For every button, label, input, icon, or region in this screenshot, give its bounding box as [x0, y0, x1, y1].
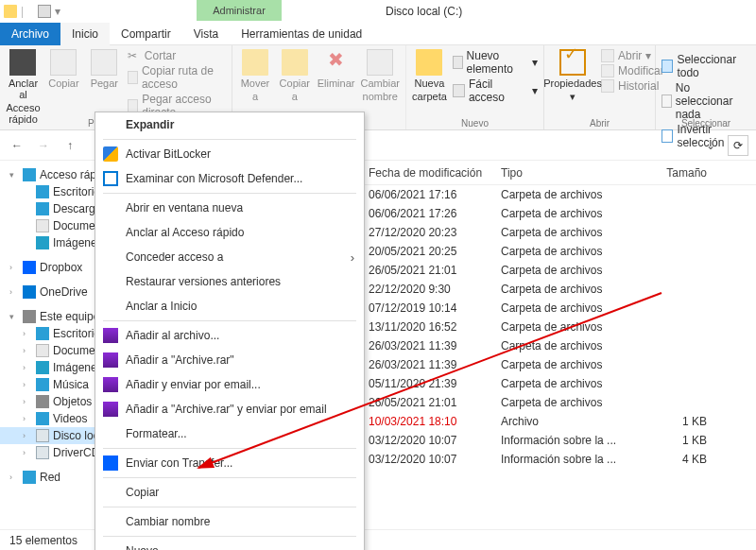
objects3d-icon [36, 395, 49, 408]
titlebar: | ▾ Disco local (C:) [0, 0, 756, 23]
open-icon [601, 49, 614, 62]
open-button[interactable]: Abrir▾ [601, 49, 664, 62]
tab-share[interactable]: Compartir [110, 23, 182, 45]
cell-size: 1 KB [650, 415, 707, 428]
pin-quick-button[interactable]: Anclar alAcceso rápido [6, 47, 41, 125]
folder-icon [4, 5, 17, 18]
properties-button[interactable]: Propiedades▾ [550, 47, 595, 102]
tab-manage[interactable]: Administrar [197, 0, 282, 21]
qat-sep: | [21, 5, 34, 18]
pictures-icon [36, 236, 49, 249]
chevron-right-icon: › [351, 250, 354, 265]
ctx-new[interactable]: Nuevo› [95, 539, 364, 550]
cell-type: Carpeta de archivos [501, 245, 650, 258]
rename-icon [367, 49, 393, 76]
cell-type: Archivo [501, 415, 650, 428]
cd-icon [36, 446, 49, 459]
group-open: Abrir [544, 118, 655, 129]
ctx-add-rar-send[interactable]: Añadir a "Archive.rar" y enviar por emai… [95, 397, 364, 421]
move-to-button[interactable]: Movera [238, 47, 272, 102]
drive-icon [36, 429, 49, 442]
col-date[interactable]: Fecha de modificación [369, 166, 501, 180]
window-title: Disco local (C:) [386, 5, 462, 18]
ctx-add-rar[interactable]: Añadir a "Archive.rar" [95, 348, 364, 372]
back-button[interactable]: ← [8, 136, 26, 155]
ctx-format[interactable]: Formatear... [95, 421, 364, 446]
cell-date: 03/12/2020 10:07 [369, 453, 501, 466]
ctx-add-archive[interactable]: Añadir al archivo... [95, 323, 364, 348]
easy-access-button[interactable]: Fácil acceso▾ [453, 77, 538, 104]
winrar-icon [103, 352, 118, 368]
desktop-icon [36, 327, 49, 340]
new-item-icon [453, 56, 463, 69]
new-folder-button[interactable]: Nuevacarpeta [412, 47, 447, 102]
cell-date: 05/11/2020 21:39 [369, 377, 501, 390]
dropbox-icon [23, 261, 36, 274]
context-menu: Expandir Activar BitLocker Examinar con … [94, 112, 365, 550]
cell-date: 27/12/2020 20:23 [369, 226, 501, 239]
group-select: Seleccionar [656, 118, 756, 129]
cell-size: 4 KB [650, 453, 707, 466]
cell-date: 20/05/2021 20:25 [369, 245, 501, 258]
cell-type: Carpeta de archivos [501, 301, 650, 315]
select-none-button[interactable]: No seleccionar nada [662, 81, 750, 121]
ctx-add-send[interactable]: Añadir y enviar por email... [95, 372, 364, 397]
winrar-icon [103, 377, 118, 392]
col-type[interactable]: Tipo [501, 166, 650, 180]
cut-button[interactable]: ✂Cortar [128, 49, 226, 62]
winrar-icon [103, 402, 118, 417]
paste-shortcut-icon [128, 99, 138, 112]
cell-type: Carpeta de archivos [501, 320, 650, 334]
ctx-grant-access[interactable]: Conceder acceso a› [95, 245, 364, 269]
paste-icon [91, 49, 117, 76]
cell-date: 07/12/2019 10:14 [369, 301, 501, 315]
ctx-restore-versions[interactable]: Restaurar versiones anteriores [95, 269, 364, 294]
drive-icon [38, 5, 51, 18]
ctx-defender[interactable]: Examinar con Microsoft Defender... [95, 166, 364, 191]
col-size[interactable]: Tamaño [650, 166, 707, 180]
copy-path-button[interactable]: Copiar ruta de acceso [128, 64, 226, 91]
shield-icon [103, 146, 118, 162]
defender-icon [103, 171, 118, 186]
up-button[interactable]: ↑ [60, 136, 79, 155]
delete-icon: ✖ [323, 49, 350, 76]
item-count: 15 elementos [9, 534, 77, 547]
document-icon [36, 344, 49, 357]
copy-to-button[interactable]: Copiara [278, 47, 312, 102]
cell-type: Carpeta de archivos [501, 377, 650, 390]
cell-type: Información sobre la ... [501, 434, 650, 447]
qat-dd[interactable]: ▾ [55, 5, 60, 18]
delete-button[interactable]: ✖Eliminar [318, 47, 355, 89]
ctx-copy[interactable]: Copiar [95, 480, 364, 505]
history-button[interactable]: Historial [601, 79, 664, 93]
ctx-new-window[interactable]: Abrir en ventana nueva [95, 196, 364, 220]
edit-button[interactable]: Modificar [601, 64, 664, 77]
cell-type: Carpeta de archivos [501, 226, 650, 239]
pin-icon [9, 49, 36, 76]
chevron-right-icon: › [351, 544, 354, 551]
copy-button[interactable]: Copiar [46, 47, 81, 89]
rename-button[interactable]: Cambiarnombre [360, 47, 400, 102]
document-icon [36, 219, 49, 232]
tab-view[interactable]: Vista [182, 23, 230, 45]
ctx-expand[interactable]: Expandir [95, 112, 364, 137]
new-item-button[interactable]: Nuevo elemento▾ [453, 49, 538, 76]
paste-button[interactable]: Pegar [87, 47, 122, 89]
tab-file[interactable]: Archivo [0, 23, 60, 45]
cell-type: Carpeta de archivos [501, 283, 650, 296]
forward-button[interactable]: → [34, 136, 53, 155]
cell-date: 03/12/2020 10:07 [369, 434, 501, 447]
tab-drive-tools[interactable]: Herramientas de unidad [230, 23, 373, 45]
ctx-pin-quick[interactable]: Anclar al Acceso rápido [95, 220, 364, 245]
cell-date: 06/06/2021 17:16 [369, 188, 501, 201]
new-folder-icon [416, 49, 442, 76]
copy-path-icon [128, 71, 138, 84]
cell-type: Carpeta de archivos [501, 358, 650, 371]
ctx-rename[interactable]: Cambiar nombre [95, 509, 364, 534]
select-all-button[interactable]: Seleccionar todo [662, 53, 750, 79]
dropbox-icon [103, 455, 118, 471]
ctx-pin-start[interactable]: Anclar a Inicio [95, 294, 364, 318]
ctx-bitlocker[interactable]: Activar BitLocker [95, 142, 364, 166]
tab-home[interactable]: Inicio [60, 23, 110, 45]
ctx-transfer[interactable]: Enviar con Transfer... [95, 451, 364, 475]
